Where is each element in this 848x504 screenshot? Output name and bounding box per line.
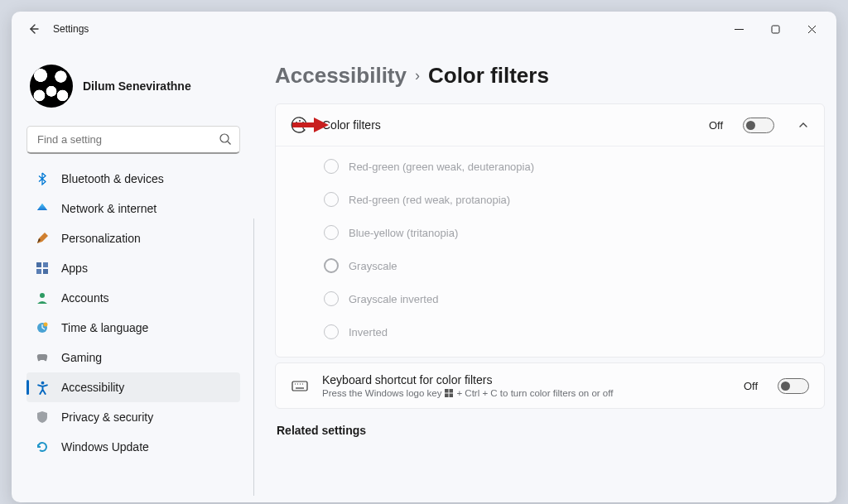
radio-icon	[324, 324, 339, 339]
sidebar-item-accounts[interactable]: Accounts	[26, 283, 240, 313]
svg-line-4	[228, 142, 231, 145]
sidebar-item-label: Accounts	[61, 291, 109, 305]
svg-rect-26	[450, 394, 454, 398]
sidebar-item-label: Time & language	[61, 321, 148, 334]
privacy-icon	[35, 410, 50, 425]
radio-icon	[324, 192, 339, 207]
sidebar-item-label: Apps	[61, 262, 88, 275]
sidebar-item-label: Accessibility	[61, 381, 124, 394]
apps-icon	[35, 261, 50, 276]
sidebar-item-gaming[interactable]: Gaming	[26, 343, 240, 372]
search-icon	[219, 132, 232, 146]
radio-label: Blue-yellow (tritanopia)	[349, 227, 458, 239]
svg-point-3	[220, 134, 229, 142]
avatar	[30, 65, 73, 108]
color-filters-state: Off	[709, 119, 723, 132]
svg-rect-6	[43, 262, 48, 267]
kb-shortcut-toggle[interactable]	[778, 378, 809, 394]
svg-point-11	[44, 323, 48, 327]
sidebar-item-label: Personalization	[61, 232, 141, 245]
page-title: Color filters	[428, 63, 549, 89]
color-filters-header[interactable]: Color filters Off	[276, 104, 824, 146]
sidebar-item-personalization[interactable]: Personalization	[26, 223, 240, 253]
svg-rect-25	[445, 394, 449, 398]
svg-rect-17	[292, 382, 307, 391]
color-filters-title: Color filters	[322, 118, 696, 132]
svg-point-9	[40, 293, 45, 298]
color-filters-toggle[interactable]	[743, 118, 774, 133]
svg-rect-24	[450, 389, 454, 393]
window-title: Settings	[53, 23, 89, 35]
settings-window: Settings Dilum Senevirathne Bluetooth & …	[12, 12, 836, 502]
titlebar: Settings	[12, 12, 836, 46]
breadcrumb: Accessibility › Color filters	[275, 63, 825, 89]
nav-list[interactable]: Bluetooth & devices Network & internet P…	[26, 164, 240, 502]
radio-label: Red-green (green weak, deuteranopia)	[349, 161, 534, 173]
search-wrap	[26, 126, 240, 154]
maximize-button[interactable]	[757, 16, 793, 42]
radio-protanopia[interactable]: Red-green (red weak, protanopia)	[276, 183, 824, 216]
sidebar-item-accessibility[interactable]: Accessibility	[26, 372, 240, 402]
main-content: Accessibility › Color filters Color filt…	[250, 46, 836, 502]
username: Dilum Senevirathne	[83, 79, 191, 93]
sidebar-item-update[interactable]: Windows Update	[26, 432, 240, 462]
svg-rect-5	[36, 262, 41, 267]
radio-icon	[324, 225, 339, 240]
radio-label: Grayscale	[349, 260, 398, 272]
windows-logo-icon	[445, 389, 453, 397]
close-button[interactable]	[793, 16, 830, 42]
minimize-button[interactable]	[720, 16, 757, 42]
sidebar-item-label: Privacy & security	[61, 410, 153, 424]
back-arrow-icon	[26, 22, 40, 36]
radio-icon	[324, 291, 339, 306]
accounts-icon	[35, 290, 50, 305]
keyboard-icon	[291, 377, 309, 395]
back-button[interactable]	[18, 14, 48, 44]
color-filters-card: Color filters Off Red-green (green weak,…	[275, 103, 825, 358]
sidebar-item-apps[interactable]: Apps	[26, 253, 240, 283]
minimize-icon	[735, 25, 744, 34]
gaming-icon	[35, 350, 50, 365]
radio-label: Red-green (red weak, protanopia)	[349, 194, 510, 206]
window-controls	[720, 16, 830, 42]
kb-shortcut-desc: Press the Windows logo key + Ctrl + C to…	[322, 388, 730, 398]
sidebar-item-network[interactable]: Network & internet	[26, 194, 240, 223]
keyboard-shortcut-card[interactable]: Keyboard shortcut for color filters Pres…	[275, 362, 825, 409]
personalize-icon	[35, 231, 50, 246]
chevron-up-icon[interactable]	[797, 119, 809, 131]
maximize-icon	[771, 25, 780, 34]
profile[interactable]: Dilum Senevirathne	[26, 53, 240, 124]
svg-rect-7	[36, 269, 41, 274]
radio-inverted[interactable]: Inverted	[276, 315, 824, 348]
radio-icon	[324, 258, 339, 273]
sidebar-item-label: Windows Update	[61, 440, 149, 454]
search-input[interactable]	[26, 126, 240, 154]
radio-icon	[324, 159, 339, 174]
sidebar-divider	[253, 218, 254, 496]
radio-label: Grayscale inverted	[349, 293, 438, 305]
svg-point-12	[41, 381, 44, 384]
radio-deuteranopia[interactable]: Red-green (green weak, deuteranopia)	[276, 150, 824, 183]
related-settings-heading: Related settings	[275, 424, 825, 437]
kb-shortcut-title: Keyboard shortcut for color filters	[322, 373, 730, 386]
close-icon	[807, 25, 817, 34]
sidebar: Dilum Senevirathne Bluetooth & devices N…	[12, 46, 250, 502]
update-icon	[35, 439, 50, 454]
sidebar-item-time[interactable]: Time & language	[26, 313, 240, 343]
annotation-arrow-icon	[291, 116, 329, 134]
sidebar-item-label: Gaming	[61, 351, 102, 364]
radio-tritanopia[interactable]: Blue-yellow (tritanopia)	[276, 216, 824, 249]
bluetooth-icon	[35, 171, 50, 186]
sidebar-item-label: Bluetooth & devices	[61, 172, 164, 185]
radio-grayscale-inverted[interactable]: Grayscale inverted	[276, 282, 824, 315]
color-filter-options: Red-green (green weak, deuteranopia) Red…	[276, 146, 824, 357]
accessibility-icon	[35, 380, 50, 395]
svg-rect-8	[43, 269, 48, 274]
svg-rect-23	[445, 389, 449, 393]
breadcrumb-parent[interactable]: Accessibility	[275, 63, 407, 89]
radio-grayscale[interactable]: Grayscale	[276, 249, 824, 282]
radio-label: Inverted	[349, 326, 388, 338]
time-icon	[35, 320, 50, 335]
sidebar-item-privacy[interactable]: Privacy & security	[26, 402, 240, 432]
sidebar-item-bluetooth[interactable]: Bluetooth & devices	[26, 164, 240, 194]
